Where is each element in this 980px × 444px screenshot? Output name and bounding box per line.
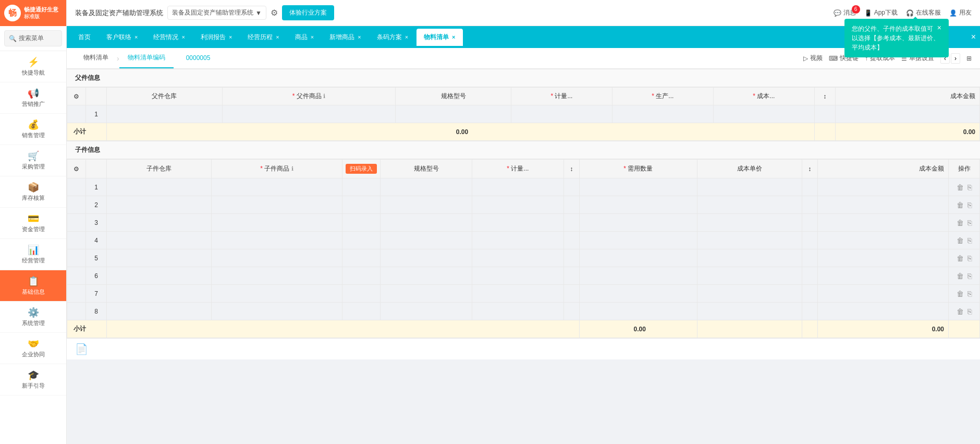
child-cell-warehouse-0[interactable] xyxy=(107,178,212,196)
child-cell-qty-7[interactable] xyxy=(579,303,697,320)
copy-row-button-2[interactable]: ⎘ xyxy=(966,219,973,227)
tab-addproduct[interactable]: 新增商品 × xyxy=(322,29,368,46)
scan-input-button[interactable]: 扫码录入 xyxy=(346,164,377,174)
child-col-gear[interactable]: ⚙ xyxy=(67,160,86,178)
child-cell-unit-6[interactable] xyxy=(472,285,564,303)
user-button[interactable]: 👤 用友 xyxy=(949,8,972,17)
delete-row-button-6[interactable]: 🗑 xyxy=(956,290,965,298)
child-cell-warehouse-4[interactable] xyxy=(107,249,212,267)
sidebar-item-operations[interactable]: 📊 经营管理 xyxy=(0,239,66,270)
tab-home[interactable]: 首页 xyxy=(71,29,98,46)
copy-row-button-6[interactable]: ⎘ xyxy=(966,290,973,298)
close-tab-profit[interactable]: × xyxy=(229,34,232,40)
search-menu-button[interactable]: 🔍 搜索菜单 xyxy=(4,30,62,46)
child-col-scan[interactable]: 扫码录入 xyxy=(342,160,381,178)
parent-col-gear[interactable]: ⚙ xyxy=(67,88,86,105)
close-tab-product[interactable]: × xyxy=(311,34,314,40)
child-cell-spec-6[interactable] xyxy=(381,285,472,303)
sidebar-item-sales[interactable]: 💰 销售管理 xyxy=(0,114,66,145)
child-cell-product-6[interactable] xyxy=(211,285,342,303)
tab-history[interactable]: 经营历程 × xyxy=(240,29,286,46)
copy-row-button-3[interactable]: ⎘ xyxy=(966,236,973,245)
sidebar-item-enterprise[interactable]: 🤝 企业协同 xyxy=(0,333,66,364)
child-cell-warehouse-6[interactable] xyxy=(107,285,212,303)
child-cell-unitcost-3[interactable] xyxy=(697,232,802,249)
child-cell-product-0[interactable] xyxy=(211,178,342,196)
child-cell-spec-0[interactable] xyxy=(381,178,472,196)
sidebar-item-guide[interactable]: 🎓 新手引导 xyxy=(0,364,66,395)
child-cell-unit-1[interactable] xyxy=(472,196,564,214)
child-cell-qty-2[interactable] xyxy=(579,214,697,232)
system-selector[interactable]: 装备及固定资产辅助管理系统 ▼ xyxy=(167,6,266,20)
sidebar-search[interactable]: 🔍 搜索菜单 xyxy=(0,26,66,51)
child-cell-unit-0[interactable] xyxy=(472,178,564,196)
sidebar-item-basic[interactable]: 📋 基础信息 xyxy=(0,270,66,302)
close-tab-customer[interactable]: × xyxy=(134,34,138,40)
child-cell-spec-4[interactable] xyxy=(381,249,472,267)
next-record-button[interactable]: › xyxy=(951,53,960,64)
sub-tab-code[interactable]: 0000005 xyxy=(178,49,219,68)
child-cell-unit-2[interactable] xyxy=(472,214,564,232)
close-tab-operations[interactable]: × xyxy=(181,34,185,40)
child-cell-warehouse-7[interactable] xyxy=(107,303,212,320)
child-cell-unitcost-4[interactable] xyxy=(697,249,802,267)
child-cell-unit-4[interactable] xyxy=(472,249,564,267)
service-button[interactable]: 🎧 在线客服 xyxy=(906,8,941,17)
parent-cell-product[interactable] xyxy=(222,105,396,123)
child-cell-unitcost-6[interactable] xyxy=(697,285,802,303)
child-cell-unitcost-1[interactable] xyxy=(697,196,802,214)
child-cell-qty-5[interactable] xyxy=(579,267,697,285)
close-tab-bom[interactable]: × xyxy=(452,34,455,40)
parent-cell-spec[interactable] xyxy=(396,105,511,123)
tab-barcode[interactable]: 条码方案 × xyxy=(370,29,415,46)
copy-row-button-0[interactable]: ⎘ xyxy=(966,183,973,191)
child-cell-product-3[interactable] xyxy=(211,232,342,249)
child-cell-unit-3[interactable] xyxy=(472,232,564,249)
tab-product[interactable]: 商品 × xyxy=(288,29,321,46)
child-cell-qty-0[interactable] xyxy=(579,178,697,196)
child-cell-qty-3[interactable] xyxy=(579,232,697,249)
tab-operations[interactable]: 经营情况 × xyxy=(146,29,192,46)
child-cell-unitcost-2[interactable] xyxy=(697,214,802,232)
child-cell-unit-7[interactable] xyxy=(472,303,564,320)
child-cell-unitcost-0[interactable] xyxy=(697,178,802,196)
child-cell-warehouse-2[interactable] xyxy=(107,214,212,232)
close-tab-barcode[interactable]: × xyxy=(405,34,408,40)
child-cell-qty-1[interactable] xyxy=(579,196,697,214)
child-cell-product-1[interactable] xyxy=(211,196,342,214)
close-tab-history[interactable]: × xyxy=(276,34,279,40)
parent-cell-production[interactable] xyxy=(612,105,713,123)
app-download-button[interactable]: 📱 App下载 xyxy=(864,8,898,17)
child-cell-product-7[interactable] xyxy=(211,303,342,320)
copy-row-button-4[interactable]: ⎘ xyxy=(966,254,973,262)
child-cell-spec-3[interactable] xyxy=(381,232,472,249)
child-cell-product-4[interactable] xyxy=(211,249,342,267)
child-cell-unitcost-5[interactable] xyxy=(697,267,802,285)
child-cell-warehouse-5[interactable] xyxy=(107,267,212,285)
delete-row-button-4[interactable]: 🗑 xyxy=(956,254,965,262)
delete-row-button-7[interactable]: 🗑 xyxy=(956,307,965,316)
child-cell-unitcost-7[interactable] xyxy=(697,303,802,320)
copy-row-button-7[interactable]: ⎘ xyxy=(966,307,973,316)
sidebar-item-system[interactable]: ⚙️ 系统管理 xyxy=(0,302,66,333)
parent-cell-unit[interactable] xyxy=(511,105,612,123)
parent-cell-warehouse[interactable] xyxy=(107,105,223,123)
sidebar-item-finance[interactable]: 💳 资金管理 xyxy=(0,208,66,239)
child-cell-spec-2[interactable] xyxy=(381,214,472,232)
child-cell-warehouse-3[interactable] xyxy=(107,232,212,249)
child-cell-qty-4[interactable] xyxy=(579,249,697,267)
sidebar-item-marketing[interactable]: 📢 营销推广 xyxy=(0,82,66,114)
child-cell-spec-1[interactable] xyxy=(381,196,472,214)
tab-customer[interactable]: 客户联络 × xyxy=(99,29,145,46)
sub-tab-detail[interactable]: 物料清单编码 xyxy=(119,48,174,68)
delete-row-button-5[interactable]: 🗑 xyxy=(956,272,965,280)
sidebar-item-purchase[interactable]: 🛒 采购管理 xyxy=(0,145,66,176)
child-cell-qty-6[interactable] xyxy=(579,285,697,303)
close-tab-addproduct[interactable]: × xyxy=(358,34,361,40)
child-cell-warehouse-1[interactable] xyxy=(107,196,212,214)
delete-row-button-3[interactable]: 🗑 xyxy=(956,236,965,245)
delete-row-button-1[interactable]: 🗑 xyxy=(956,201,965,209)
grid-view-button[interactable]: ⊞ xyxy=(966,55,972,62)
child-cell-spec-5[interactable] xyxy=(381,267,472,285)
delete-row-button-2[interactable]: 🗑 xyxy=(956,219,965,227)
